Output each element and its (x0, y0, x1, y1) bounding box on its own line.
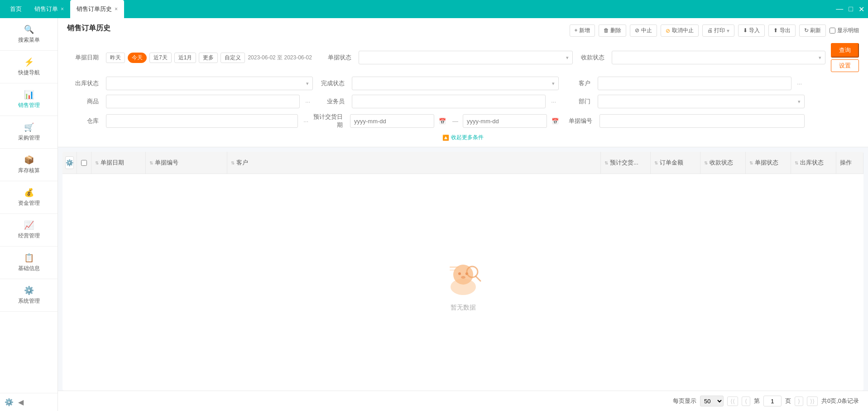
date-custom[interactable]: 自定义 (221, 53, 245, 63)
query-button[interactable]: 查询 (831, 43, 859, 58)
prev-page-button[interactable]: ⟨ (742, 396, 750, 406)
complete-status-select[interactable] (356, 80, 552, 87)
sidebar-collapse-icon[interactable]: ◀ (18, 398, 24, 406)
delivery-date-from[interactable] (350, 114, 434, 128)
topbar-maximize[interactable]: □ (849, 5, 853, 13)
date-7days[interactable]: 近7天 (149, 53, 172, 63)
sidebar: 🔍 搜索菜单 ⚡ 快捷导航 📊 销售管理 🛒 采购管理 📦 库存核算 💰 资金管… (0, 18, 58, 411)
svg-line-6 (476, 276, 480, 281)
sidebar-settings-icon[interactable]: ⚙️ (5, 398, 14, 406)
th-number-label: 单据编号 (155, 159, 178, 167)
first-page-button[interactable]: ⟨⟨ (727, 396, 738, 406)
topbar-minimize[interactable]: — (836, 5, 843, 13)
delivery-date-to[interactable] (463, 114, 547, 128)
select-all-checkbox[interactable] (81, 160, 87, 166)
filter-row-2: 出库状态 ▾ 完成状态 ▾ (67, 77, 859, 90)
print-arrow-icon: ▾ (727, 28, 729, 34)
page-title: 销售订单历史 (67, 24, 110, 33)
inventory-check-icon: 📦 (24, 155, 34, 165)
department-select[interactable] (602, 98, 798, 105)
date-more[interactable]: 更多 (199, 53, 218, 63)
page-label-before: 第 (754, 397, 760, 405)
page-size-select[interactable]: 10 20 50 100 (700, 396, 724, 406)
sidebar-item-finance-mgmt[interactable]: 💰 资金管理 (0, 181, 58, 214)
th-order-status-label: 单据状态 (755, 159, 778, 167)
goods-input[interactable] (106, 95, 300, 108)
sort-number-icon[interactable]: ⇅ (149, 160, 153, 165)
delete-button[interactable]: 🗑 删除 (599, 24, 626, 37)
th-stock-status-label: 出库状态 (800, 159, 824, 167)
page-number-input[interactable] (763, 396, 782, 406)
order-status-select[interactable] (363, 54, 566, 61)
stock-out-status-select[interactable] (110, 80, 306, 87)
goods-dots[interactable]: ··· (302, 98, 313, 105)
warehouse-dots[interactable]: ··· (301, 118, 311, 125)
topbar-close[interactable]: ✕ (858, 5, 864, 14)
delivery-date-to-calendar-icon[interactable]: 📅 (550, 118, 561, 125)
goods-label: 商品 (67, 97, 103, 106)
header-title-row: 销售订单历史 + 新增 🗑 删除 ⊘ 中止 ⊘ 取消中止 🖨 打印 ▾ ⬇ 导入 (67, 24, 859, 38)
stop-button[interactable]: ⊘ 中止 (630, 24, 657, 37)
tab-sales-order-close[interactable]: × (61, 6, 64, 12)
purchase-mgmt-icon: 🛒 (24, 122, 34, 132)
refresh-button[interactable]: ↻ 刷新 (799, 24, 826, 37)
next-page-button[interactable]: ⟩ (795, 396, 803, 406)
date-today[interactable]: 今天 (128, 53, 147, 63)
sidebar-item-inventory-check[interactable]: 📦 库存核算 (0, 149, 58, 181)
th-pay-status: ⇅ 收款状态 (700, 152, 746, 174)
warehouse-input[interactable] (106, 114, 298, 128)
complete-status-label: 完成状态 (313, 79, 349, 87)
tab-sales-order-history-close[interactable]: × (115, 6, 118, 12)
sidebar-item-purchase-mgmt[interactable]: 🛒 采购管理 (0, 116, 58, 149)
empty-svg (436, 253, 490, 298)
sidebar-item-search-menu[interactable]: 🔍 搜索菜单 (0, 18, 58, 51)
delivery-date-from-calendar-icon[interactable]: 📅 (437, 118, 448, 125)
last-page-button[interactable]: ⟩⟩ (807, 396, 818, 406)
payment-status-select[interactable] (616, 54, 819, 61)
sidebar-item-operation-mgmt[interactable]: 📈 经营管理 (0, 214, 58, 247)
sidebar-item-system-mgmt[interactable]: ⚙️ 系统管理 (0, 279, 58, 312)
settings-button[interactable]: 设置 (831, 59, 859, 72)
sort-stock-status-icon[interactable]: ⇅ (795, 160, 798, 165)
sidebar-item-search-menu-label: 搜索菜单 (18, 36, 40, 44)
date-range-display: 2023-06-02 至 2023-06-02 (248, 54, 312, 62)
cancel-stop-button[interactable]: ⊘ 取消中止 (661, 24, 699, 37)
order-number-input[interactable] (599, 114, 805, 128)
sort-amount-icon[interactable]: ⇅ (654, 160, 658, 165)
sidebar-item-sales-mgmt[interactable]: 📊 销售管理 (0, 83, 58, 116)
quick-nav-icon: ⚡ (24, 57, 34, 67)
new-button[interactable]: + 新增 (570, 24, 595, 37)
date-1month[interactable]: 近1月 (174, 53, 197, 63)
sort-date-icon[interactable]: ⇅ (95, 160, 99, 165)
sort-delivery-icon[interactable]: ⇅ (604, 160, 608, 165)
table-body-empty: 暂无数据 (62, 174, 863, 391)
filter-section: 销售订单历史 + 新增 🗑 删除 ⊘ 中止 ⊘ 取消中止 🖨 打印 ▾ ⬇ 导入 (58, 18, 868, 147)
date-yesterday[interactable]: 昨天 (106, 53, 125, 63)
salesperson-dots[interactable]: ··· (548, 98, 559, 105)
sidebar-item-inventory-check-label: 库存核算 (18, 167, 40, 174)
customer-dots[interactable]: ··· (794, 80, 805, 87)
warehouse-label: 仓库 (67, 117, 103, 125)
display-detail-checkbox[interactable] (830, 28, 835, 34)
customer-input[interactable] (598, 77, 791, 90)
print-button[interactable]: 🖨 打印 ▾ (702, 24, 734, 37)
tab-home[interactable]: 首页 (4, 0, 28, 18)
operation-mgmt-icon: 📈 (24, 220, 34, 230)
topbar-right: — □ ✕ (836, 5, 864, 14)
sort-customer-icon[interactable]: ⇅ (231, 160, 235, 165)
sidebar-item-quick-nav[interactable]: ⚡ 快捷导航 (0, 51, 58, 83)
tab-sales-order[interactable]: 销售订单 × (28, 0, 70, 18)
th-amount: ⇅ 订单金额 (651, 152, 700, 174)
empty-illustration: 暂无数据 (436, 253, 490, 312)
sidebar-item-base-info-label: 基础信息 (18, 265, 40, 272)
table-settings-icon[interactable]: ⚙️ (65, 156, 74, 169)
export-button[interactable]: ⬆ 导出 (768, 24, 795, 37)
import-button[interactable]: ⬇ 导入 (738, 24, 765, 37)
collapse-more-btn[interactable]: 🔼 收起更多条件 (67, 134, 859, 141)
cancel-stop-icon: ⊘ (666, 28, 670, 34)
tab-sales-order-history[interactable]: 销售订单历史 × (70, 0, 124, 18)
salesperson-input[interactable] (352, 95, 546, 108)
sort-order-status-icon[interactable]: ⇅ (749, 160, 753, 165)
sort-pay-status-icon[interactable]: ⇅ (704, 160, 708, 165)
sidebar-item-base-info[interactable]: 📋 基础信息 (0, 247, 58, 279)
